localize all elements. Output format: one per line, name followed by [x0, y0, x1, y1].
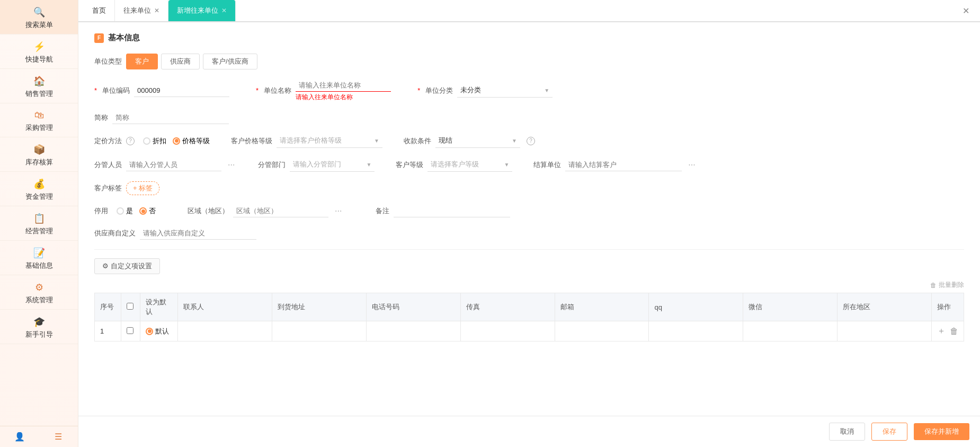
unit-type-both-btn[interactable]: 客户/供应商: [203, 54, 257, 69]
row-checkbox[interactable]: [127, 327, 133, 334]
unit-name-input[interactable]: [296, 79, 391, 92]
tabs-close-all[interactable]: ✕: [957, 6, 975, 16]
code-name-row: * 单位编码 * 单位名称 请输入往来单位名称 * 单位分类 未分类 ▼: [94, 79, 964, 102]
batch-delete-btn[interactable]: 🗑 批量删除: [94, 281, 964, 290]
save-new-button[interactable]: 保存并新增: [914, 423, 969, 440]
sidebar-item-system[interactable]: ⚙ 系统管理: [0, 275, 78, 310]
tab-home[interactable]: 首页: [84, 0, 115, 21]
cell-default: 默认: [140, 321, 178, 341]
pricing-level-radio[interactable]: 价格等级: [173, 136, 210, 146]
table-body: 1 默认: [95, 321, 964, 341]
cell-address: [272, 321, 367, 341]
row-default-radio[interactable]: 默认: [146, 327, 172, 336]
customer-price-level-field: 客户价格等级 请选择客户价格等级 ▼: [231, 134, 382, 148]
form-content: F 基本信息 单位类型 客户 供应商 客户/供应商 * 单位编码 *: [78, 22, 980, 416]
tab-new-partner[interactable]: 新增往来单位 ✕: [168, 0, 236, 21]
tab-new-partner-close[interactable]: ✕: [221, 7, 227, 14]
region-label: 区域（地区）: [188, 206, 229, 216]
operations-icon: 📋: [33, 213, 45, 224]
customer-level-select[interactable]: 请选择客户等级 ▼: [427, 157, 512, 172]
remark-input[interactable]: [394, 205, 510, 217]
add-row-btn[interactable]: ＋: [937, 326, 946, 337]
payment-terms-label: 收款条件: [404, 136, 431, 146]
purchase-icon: 🛍: [34, 110, 44, 121]
region-more[interactable]: ···: [333, 206, 344, 216]
col-no: 序号: [95, 293, 121, 321]
unit-type-customer-btn[interactable]: 客户: [126, 54, 158, 69]
col-address: 到货地址: [272, 293, 367, 321]
customer-level-arrow: ▼: [504, 162, 509, 168]
sidebar-item-sales[interactable]: 🏠 销售管理: [0, 69, 78, 103]
region-input[interactable]: [233, 205, 328, 217]
wechat-input[interactable]: [749, 327, 832, 335]
region-table-input[interactable]: [843, 327, 926, 335]
col-check: [121, 293, 140, 321]
pricing-help-icon[interactable]: ?: [126, 137, 135, 145]
remark-field: 备注: [376, 205, 510, 217]
tags-row: 客户标签 + 标签: [94, 181, 964, 195]
cell-action: ＋ 🗑: [931, 321, 964, 341]
sidebar-menu[interactable]: ☰: [39, 426, 78, 447]
fax-input[interactable]: [466, 327, 549, 335]
unit-type-supplier-btn[interactable]: 供应商: [161, 54, 200, 69]
sidebar-item-operations[interactable]: 📋 经营管理: [0, 206, 78, 241]
col-email: 邮箱: [555, 293, 649, 321]
sidebar-item-search[interactable]: 🔍 搜索菜单: [0, 0, 78, 34]
supplier-custom-label: 供应商自定义: [94, 229, 136, 238]
unit-category-select[interactable]: 未分类 ▼: [457, 83, 553, 98]
section-title: 基本信息: [108, 33, 140, 43]
manager-more[interactable]: ···: [226, 160, 237, 170]
select-all-checkbox[interactable]: [127, 303, 133, 310]
unit-code-field: * 单位编码: [94, 84, 229, 97]
unit-code-input[interactable]: [134, 84, 229, 97]
tab-partners-close[interactable]: ✕: [154, 7, 159, 14]
payment-help-icon[interactable]: ?: [527, 137, 535, 145]
sidebar-item-basic[interactable]: 📝 基础信息: [0, 241, 78, 275]
pricing-row: 定价方法 ? 折扣 价格等级 客户价格等级 请选择客户价格等级: [94, 134, 964, 148]
cancel-button[interactable]: 取消: [829, 423, 865, 441]
disabled-no-radio[interactable]: 否: [139, 206, 156, 216]
contact-input[interactable]: [183, 327, 266, 335]
section-icon: F: [94, 33, 104, 43]
sidebar-item-purchase[interactable]: 🛍 采购管理: [0, 103, 78, 137]
batch-delete-icon: 🗑: [930, 282, 937, 289]
settlement-input[interactable]: [565, 159, 682, 171]
finance-icon: 💰: [33, 178, 45, 190]
qq-input[interactable]: [654, 327, 737, 335]
unit-code-label: 单位编码: [102, 86, 130, 95]
manager-input[interactable]: [126, 159, 221, 171]
disabled-yes-circle: [117, 207, 124, 215]
tab-partners[interactable]: 往来单位 ✕: [115, 0, 168, 21]
tab-bar: 首页 往来单位 ✕ 新增往来单位 ✕ ✕: [78, 0, 980, 22]
unit-type-label: 单位类型: [94, 57, 122, 66]
supplier-custom-input[interactable]: [140, 227, 256, 240]
pricing-discount-radio[interactable]: 折扣: [143, 136, 166, 146]
custom-settings-btn[interactable]: ⚙ 自定义项设置: [94, 258, 160, 274]
payment-terms-select[interactable]: 现结 ▼: [435, 134, 520, 148]
sidebar-item-guide[interactable]: 🎓 新手引导: [0, 310, 78, 344]
col-qq: qq: [649, 293, 743, 321]
sidebar-item-finance[interactable]: 💰 资金管理: [0, 172, 78, 206]
cell-no: 1: [95, 321, 121, 341]
short-name-input[interactable]: [112, 111, 229, 124]
short-name-row: 简称: [94, 111, 964, 124]
guide-icon: 🎓: [33, 316, 45, 328]
save-button[interactable]: 保存: [871, 423, 907, 441]
col-contact: 联系人: [178, 293, 272, 321]
disabled-yes-radio[interactable]: 是: [117, 206, 133, 216]
sidebar-item-inventory[interactable]: 📦 库存核算: [0, 137, 78, 172]
email-input[interactable]: [560, 327, 644, 335]
department-select[interactable]: 请输入分管部门 ▼: [290, 157, 375, 172]
delete-row-btn[interactable]: 🗑: [950, 327, 958, 336]
sidebar-user[interactable]: 👤: [0, 426, 39, 447]
department-label: 分管部门: [258, 160, 286, 170]
settlement-more[interactable]: ···: [686, 160, 697, 170]
add-tag-btn[interactable]: + 标签: [126, 181, 159, 195]
customer-price-level-select[interactable]: 请选择客户价格等级 ▼: [277, 134, 382, 148]
settlement-label: 结算单位: [533, 160, 561, 170]
customer-level-field: 客户等级 请选择客户等级 ▼: [396, 157, 512, 172]
address-input[interactable]: [278, 327, 361, 335]
pricing-method-field: 定价方法 ? 折扣 价格等级: [94, 136, 210, 146]
sidebar-item-quick-nav[interactable]: ⚡ 快捷导航: [0, 34, 78, 69]
phone-input[interactable]: [372, 327, 455, 335]
